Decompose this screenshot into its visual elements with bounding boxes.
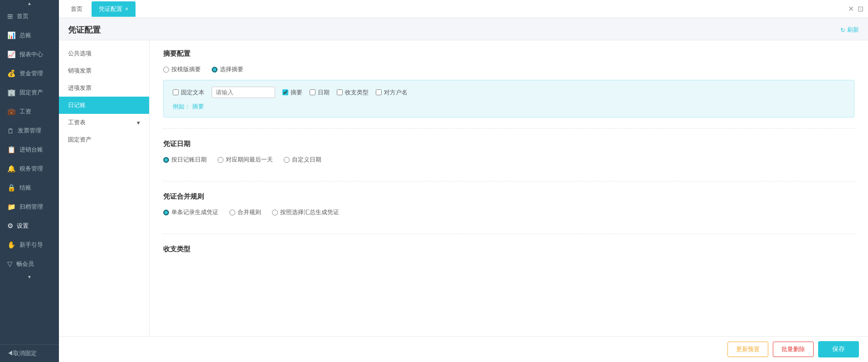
- tab-voucher-config[interactable]: 凭证配置 ×: [92, 1, 136, 17]
- radio-select-total-label[interactable]: 按照选择汇总生成凭证: [272, 208, 339, 216]
- invoice-mgmt-icon: 🗒: [7, 127, 14, 135]
- sidebar-item-tax-mgmt[interactable]: 🔔 税务管理: [0, 159, 59, 178]
- sidebar: ▲ ⊞ 首页 📊 总账 📈 报表中心 💰 资金管理 🏢 固定资产 💼 工资 🗒 …: [0, 0, 59, 362]
- settings-icon: ⚙: [7, 222, 13, 230]
- content-area: 公共选项 销项发票 进项发票 日记账 工资表 ▾ 固定资产 摘要配置: [59, 40, 868, 336]
- radio-custom-date-label[interactable]: 自定义日期: [284, 156, 321, 164]
- sidebar-item-ledger[interactable]: 📊 总账: [0, 26, 59, 45]
- sidebar-unpin-button[interactable]: ◀取消固定: [0, 344, 59, 362]
- window-close-button[interactable]: ✕: [848, 5, 854, 13]
- voucher-merge-section: 凭证合并规则 单条记录生成凭证 合并规则 按照选择汇总生成凭证: [163, 192, 854, 234]
- sidebar-scroll-up[interactable]: ▲: [0, 0, 59, 7]
- radio-select-summary[interactable]: 选择摘要: [212, 65, 243, 73]
- refresh-icon: ↻: [840, 27, 845, 34]
- radio-journal-date-label[interactable]: 按日记账日期: [163, 156, 207, 164]
- window-controls: ✕ ⊡: [848, 5, 863, 13]
- checkbox-fixed-text-label[interactable]: 固定文本: [173, 88, 204, 97]
- left-nav-purchase-invoice[interactable]: 进项发票: [59, 79, 149, 97]
- radio-single-record-label[interactable]: 单条记录生成凭证: [163, 208, 218, 216]
- income-expense-section: 收支类型: [163, 245, 854, 272]
- sidebar-item-guide[interactable]: ✋ 新手引导: [0, 235, 59, 254]
- sidebar-item-reports[interactable]: 📈 报表中心: [0, 45, 59, 64]
- radio-select-total[interactable]: [272, 210, 278, 215]
- sidebar-item-payroll[interactable]: 💼 工资: [0, 102, 59, 121]
- left-nav-payroll-table[interactable]: 工资表 ▾: [59, 114, 149, 131]
- left-nav-journal[interactable]: 日记账: [59, 97, 149, 114]
- page-header: 凭证配置 ↻ 刷新: [59, 18, 868, 40]
- radio-template-summary-input[interactable]: [163, 67, 169, 73]
- checkbox-pay-type-label[interactable]: 收支类型: [337, 88, 369, 97]
- checkbox-counterparty[interactable]: [376, 89, 382, 95]
- batch-delete-button[interactable]: 批量删除: [773, 342, 814, 357]
- main-area: 首页 凭证配置 × ✕ ⊡ 凭证配置 ↻ 刷新 公共选项 销项发票 进: [59, 0, 868, 362]
- left-navigation: 公共选项 销项发票 进项发票 日记账 工资表 ▾ 固定资产: [59, 40, 150, 336]
- reports-icon: 📈: [7, 50, 16, 59]
- payroll-icon: 💼: [7, 108, 16, 116]
- funds-icon: 💰: [7, 69, 16, 78]
- voucher-date-title: 凭证日期: [163, 140, 854, 148]
- voucher-merge-radio-group: 单条记录生成凭证 合并规则 按照选择汇总生成凭证: [163, 208, 854, 216]
- tab-close-button[interactable]: ×: [125, 6, 128, 12]
- summary-box-row: 固定文本 摘要 日期 收支类型: [173, 87, 845, 98]
- guide-icon: ✋: [7, 241, 16, 249]
- checkbox-fixed-text[interactable]: [173, 89, 179, 95]
- sidebar-item-sales-ledger[interactable]: 📋 进销台账: [0, 140, 59, 159]
- home-icon: ⊞: [7, 12, 13, 20]
- closing-icon: 🔒: [7, 184, 16, 192]
- voucher-date-section: 凭证日期 按日记账日期 对应期间最后一天 自定义日期: [163, 140, 854, 181]
- summary-config-section: 摘要配置 按模版摘要 选择摘要 固定文本: [163, 49, 854, 129]
- refresh-button[interactable]: ↻ 刷新: [840, 26, 859, 34]
- tab-home[interactable]: 首页: [63, 1, 90, 17]
- ledger-icon: 📊: [7, 31, 16, 39]
- sidebar-item-invoice-mgmt[interactable]: 🗒 发票管理: [0, 121, 59, 140]
- sidebar-item-fixed-assets[interactable]: 🏢 固定资产: [0, 83, 59, 102]
- checkbox-date[interactable]: [310, 89, 315, 95]
- sidebar-item-closing[interactable]: 🔒 结账: [0, 178, 59, 197]
- checkbox-pay-type[interactable]: [337, 89, 343, 95]
- sidebar-item-funds[interactable]: 💰 资金管理: [0, 64, 59, 83]
- fixed-text-input[interactable]: [212, 87, 275, 98]
- radio-single-record[interactable]: [163, 210, 169, 215]
- sidebar-item-home[interactable]: ⊞ 首页: [0, 7, 59, 26]
- summary-config-title: 摘要配置: [163, 49, 854, 58]
- radio-period-last-label[interactable]: 对应期间最后一天: [218, 156, 273, 164]
- tab-bar: 首页 凭证配置 × ✕ ⊡: [59, 0, 868, 18]
- sales-ledger-icon: 📋: [7, 146, 16, 154]
- left-nav-public[interactable]: 公共选项: [59, 45, 149, 62]
- checkbox-date-label[interactable]: 日期: [310, 88, 330, 97]
- voucher-merge-title: 凭证合并规则: [163, 192, 854, 201]
- left-nav-sales-invoice[interactable]: 销项发票: [59, 62, 149, 79]
- sidebar-item-settings[interactable]: ⚙ 设置: [0, 216, 59, 235]
- sidebar-scroll-down[interactable]: ▼: [0, 274, 59, 280]
- checkbox-counterparty-label[interactable]: 对方户名: [376, 88, 407, 97]
- checkbox-summary[interactable]: [282, 89, 288, 95]
- summary-radio-group: 按模版摘要 选择摘要: [163, 65, 854, 73]
- voucher-date-radio-group: 按日记账日期 对应期间最后一天 自定义日期: [163, 156, 854, 164]
- radio-journal-date[interactable]: [163, 157, 169, 163]
- radio-period-last[interactable]: [218, 157, 223, 163]
- fixed-assets-icon: 🏢: [7, 88, 16, 97]
- left-nav-fixed-assets[interactable]: 固定资产: [59, 131, 149, 148]
- save-button[interactable]: 保存: [818, 341, 859, 357]
- page-title: 凭证配置: [68, 24, 101, 35]
- tax-mgmt-icon: 🔔: [7, 165, 16, 173]
- archive-icon: 📁: [7, 203, 16, 211]
- radio-merge-rule-label[interactable]: 合并规则: [229, 208, 261, 216]
- sidebar-item-archive[interactable]: 📁 归档管理: [0, 197, 59, 216]
- sidebar-item-member[interactable]: ▽ 畅会员: [0, 254, 59, 274]
- radio-custom-date[interactable]: [284, 157, 290, 163]
- checkbox-summary-label[interactable]: 摘要: [282, 88, 302, 97]
- chevron-down-icon: ▾: [137, 119, 140, 126]
- income-expense-title: 收支类型: [163, 245, 854, 254]
- summary-example: 例如： 摘要: [173, 103, 845, 111]
- window-max-button[interactable]: ⊡: [858, 5, 863, 13]
- radio-merge-rule[interactable]: [229, 210, 235, 215]
- radio-template-summary[interactable]: 按模版摘要: [163, 65, 201, 73]
- member-icon: ▽: [7, 260, 13, 268]
- summary-config-box: 固定文本 摘要 日期 收支类型: [163, 80, 854, 117]
- bottom-action-bar: 更新预置 批量删除 保存: [59, 336, 868, 362]
- right-panel: 摘要配置 按模版摘要 选择摘要 固定文本: [150, 40, 868, 336]
- update-preview-button[interactable]: 更新预置: [727, 342, 768, 357]
- radio-select-summary-input[interactable]: [212, 67, 218, 73]
